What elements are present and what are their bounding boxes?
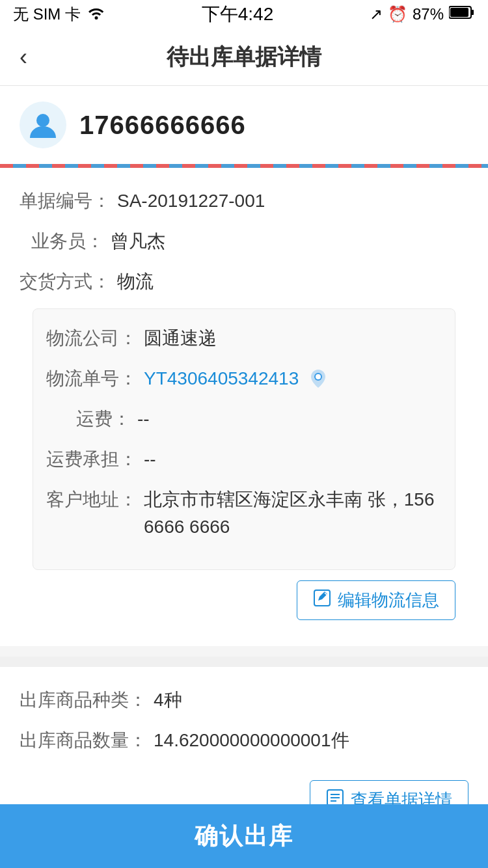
confirm-outbound-label: 确认出库 [195,821,293,852]
goods-quantity-row: 出库商品数量： 14.620000000000001件 [20,727,468,754]
freight-bearer-label: 运费承担： [46,446,144,473]
delivery-value: 物流 [117,268,468,295]
back-button[interactable]: ‹ [20,44,27,71]
svg-point-3 [36,114,49,127]
customer-phone: 17666666666 [79,111,246,140]
order-id-label: 单据编号： [20,187,117,215]
order-id-value: SA-20191227-001 [117,187,468,215]
avatar [20,102,66,148]
order-info-section: 单据编号： SA-20191227-001 业务员： 曾凡杰 交货方式： 物流 … [0,168,488,646]
edit-logistics-button[interactable]: 编辑物流信息 [297,580,455,620]
status-bar-right: ↗ ⏰ 87% [370,5,475,23]
freight-bearer-value: -- [144,446,442,473]
nav-bar: ‹ 待出库单据详情 [0,29,488,86]
freight-bearer-row: 运费承担： -- [46,446,442,473]
order-id-row: 单据编号： SA-20191227-001 [20,187,468,215]
page-title: 待出库单据详情 [167,42,321,72]
svg-rect-2 [450,8,468,17]
address-label: 客户地址： [46,486,144,513]
carrier-text: 无 SIM 卡 [13,4,81,25]
goods-quantity-value: 14.620000000000001件 [154,727,468,754]
battery-text: 87% [413,5,444,23]
status-bar: 无 SIM 卡 下午4:42 ↗ ⏰ 87% [0,0,488,29]
edit-icon [313,589,331,612]
svg-point-5 [316,374,321,379]
address-value: 北京市市辖区海淀区永丰南 张，156 6666 6666 [144,486,442,541]
logistics-company-label: 物流公司： [46,325,144,352]
customer-section: 17666666666 [0,86,488,164]
location-icon[interactable] [306,367,330,390]
salesperson-label: 业务员： [20,228,111,255]
battery-icon [449,5,475,23]
tracking-row: 物流单号： YT4306405342413 [46,365,442,392]
location-status-icon: ↗ [370,5,383,23]
freight-row: 运费： -- [46,405,442,433]
goods-quantity-label: 出库商品数量： [20,727,154,754]
section-divider [0,657,488,667]
goods-types-label: 出库商品种类： [20,686,154,714]
freight-value: -- [137,405,442,433]
status-bar-left: 无 SIM 卡 [13,4,105,25]
freight-label: 运费： [46,405,137,433]
delivery-row: 交货方式： 物流 [20,268,468,295]
salesperson-row: 业务员： 曾凡杰 [20,228,468,255]
salesperson-value: 曾凡杰 [111,228,468,255]
alarm-icon: ⏰ [388,5,407,23]
goods-types-row: 出库商品种类： 4种 [20,686,468,714]
confirm-outbound-button[interactable]: 确认出库 [0,804,488,868]
edit-logistics-label: 编辑物流信息 [338,589,439,612]
status-bar-time: 下午4:42 [202,2,274,27]
logistics-company-value: 圆通速递 [144,325,442,352]
delivery-label: 交货方式： [20,268,117,295]
logistics-card: 物流公司： 圆通速递 物流单号： YT4306405342413 [33,308,455,570]
tracking-label: 物流单号： [46,365,144,392]
address-row: 客户地址： 北京市市辖区海淀区永丰南 张，156 6666 6666 [46,486,442,541]
svg-rect-1 [471,10,474,15]
tracking-value: YT4306405342413 [144,365,442,392]
goods-types-value: 4种 [154,686,468,714]
logistics-company-row: 物流公司： 圆通速递 [46,325,442,352]
wifi-icon [87,5,105,23]
